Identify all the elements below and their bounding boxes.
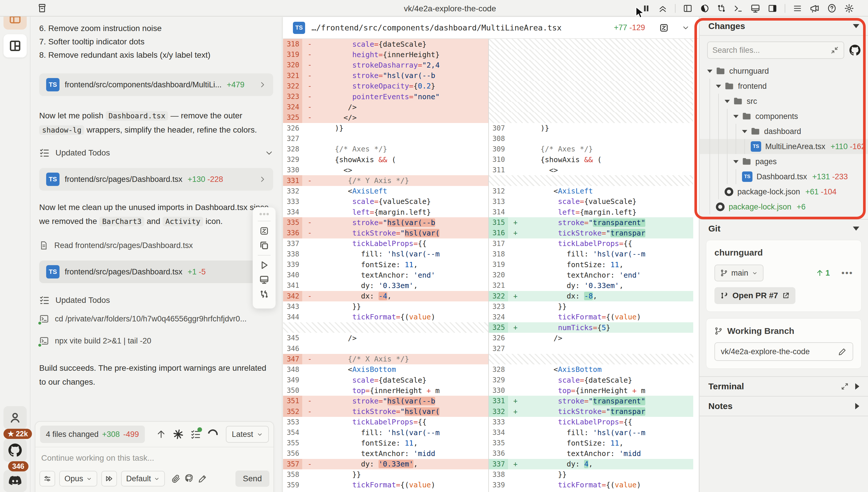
settings-sliders-button[interactable] [40,471,55,487]
file-search-input[interactable] [712,46,830,55]
diff-old-cell: 322- strokeOpacity={0.2} [283,81,488,91]
expand-icon[interactable] [841,382,849,391]
git-section-header[interactable]: Git [700,220,868,238]
diff-new-cell: 307 )} [488,123,694,133]
help-icon[interactable] [827,3,837,13]
monitor-icon[interactable] [259,275,269,285]
pen-icon[interactable] [198,474,207,483]
base-branch-dropdown[interactable]: main [714,265,764,281]
github-cat-icon[interactable] [185,474,194,483]
terminal-command-item[interactable]: npx vite build 2>&1 | tail -20 [39,335,273,347]
updated-todos-toggle[interactable]: Updated Todos [39,145,273,161]
latest-dropdown[interactable]: Latest [226,426,269,443]
changes-bubble-icon[interactable] [700,4,709,13]
diff-row: 342- dx: -4,322+ dx: -8, [283,291,699,301]
file-chip-multilinearea[interactable]: TS frontend/src/components/dashboard/Mul… [39,73,273,96]
diff-old-cell: 355 fontSize: 11, [283,438,488,448]
tree-item-package-lock-json[interactable]: package-lock.json+61 -104 [700,184,868,199]
notes-section-header[interactable]: Notes [700,397,868,416]
diff-row: 318- scale={dateScale} [283,39,699,49]
todos-status-icon[interactable] [190,429,201,440]
git-compare-icon[interactable] [717,4,726,13]
diff-viewer[interactable]: TS …/frontend/src/components/dashboard/M… [283,17,699,492]
collapse-all-icon[interactable] [830,46,839,54]
more-options-icon[interactable]: ••• [841,268,853,278]
mode-dropdown[interactable]: Default [121,471,165,487]
updated-todos-toggle-2[interactable]: Updated Todos [39,292,273,309]
rail-account-button[interactable] [3,406,27,429]
spark-icon[interactable] [173,429,184,440]
diff-new-cell: 331+ stroke="transparent" [488,396,694,406]
panel-right-filled-icon[interactable] [768,4,777,13]
file-name: dashboard [764,127,801,136]
diff-new-cell: 340 numTicks={6} [488,490,694,492]
monitor-icon[interactable] [750,3,760,13]
diff-row: 337 tickLabelProps={{317 tickLabelProps=… [283,239,699,249]
file-chip-dashboard-1[interactable]: TS frontend/src/pages/Dashboard.tsx +130… [39,168,273,191]
attach-icon[interactable] [171,474,181,483]
rail-discord-button[interactable] [3,470,27,492]
divider [258,255,271,255]
diff-mode-icon[interactable] [659,23,669,33]
file-name: components [755,112,798,121]
terminal-command-item[interactable]: cd /private/var/folders/10/h7w0q46556ggr… [39,313,273,325]
message-input[interactable] [36,447,274,469]
diff-old-cell: 321- stroke="hsl(var(--b [283,71,488,81]
rail-board-button[interactable] [3,34,27,57]
scroll-up-icon[interactable] [156,429,166,439]
folder-icon [733,97,743,105]
diff-old-cell: 330 <> [283,165,488,175]
tree-item-pages[interactable]: pages [700,154,868,169]
file-search-box[interactable] [707,42,844,59]
working-branch-field[interactable] [714,342,853,361]
tree-item-frontend[interactable]: frontend [700,79,868,94]
play-icon[interactable] [259,260,269,270]
github-cat-icon[interactable] [849,45,861,56]
changed-files-tree: churnguardfrontendsrccomponentsdashboard… [700,62,868,214]
gear-icon[interactable] [844,3,854,13]
send-button[interactable]: Send [235,470,269,487]
diff-old-cell [283,322,488,333]
diff-old-cell: 334 left={margin.left} [283,207,488,217]
menu-icon[interactable] [793,4,802,13]
caret-down-icon [716,85,721,88]
tree-item-multilinearea-tsx[interactable]: TSMultiLineArea.tsx+110 -162 [700,139,868,154]
tree-item-dashboard[interactable]: dashboard [700,124,868,139]
pencil-icon[interactable] [838,347,847,356]
diff-icon[interactable] [259,226,269,236]
copy-icon[interactable] [259,241,269,250]
working-branch-input[interactable] [721,347,838,356]
commits-ahead[interactable]: 1 [816,269,830,278]
files-changed-pill[interactable]: 4 files changed +308 -499 [40,425,145,443]
panel-left-icon[interactable] [683,4,693,13]
tree-item-dashboard-tsx[interactable]: TSDashboard.tsx+131 -233 [700,169,868,184]
chevron-down-icon[interactable] [682,24,690,32]
chevrons-up-icon[interactable] [658,4,667,13]
terminal-icon[interactable] [734,4,743,13]
diff-new-cell [488,102,694,112]
tree-item-src[interactable]: src [700,94,868,109]
read-file-item[interactable]: Read frontend/src/pages/Dashboard.tsx [39,239,273,252]
conversation-panel[interactable]: 6. Remove zoom instruction noise7. Softe… [31,17,282,492]
tree-item-package-lock-json[interactable]: package-lock.json+6 [700,199,868,214]
terminal-section-header[interactable]: Terminal [700,377,868,396]
tree-item-churnguard[interactable]: churnguard [700,64,868,79]
megaphone-icon[interactable] [810,3,820,13]
git-compare-icon[interactable] [259,289,269,299]
rail-github-button[interactable] [3,439,27,462]
tree-item-components[interactable]: components [700,109,868,124]
open-pr-button[interactable]: Open PR #7 [714,287,795,304]
diff-new-cell: 315+ stroke="transparent" [488,217,694,228]
changes-section-header[interactable]: Changes [700,17,868,35]
diff-row: 336- tickStroke="hsl(var(316+ tickStroke… [283,228,699,238]
diff-new-cell: 330 top={innerHeight + m [488,385,694,396]
diff-row: 322- strokeOpacity={0.2} [283,81,699,91]
diff-old-cell: 325- </> [283,112,488,123]
archive-box-icon[interactable] [37,3,47,13]
model-dropdown[interactable]: Opus [59,471,97,487]
mouse-cursor [634,6,646,19]
diff-row: 340 textAnchor: 'end'320 textAnchor: 'en… [283,270,699,280]
more-dots-icon[interactable] [259,212,269,216]
fast-forward-button[interactable] [101,471,117,487]
file-chip-dashboard-2[interactable]: TS frontend/src/pages/Dashboard.tsx +1 -… [39,261,273,283]
